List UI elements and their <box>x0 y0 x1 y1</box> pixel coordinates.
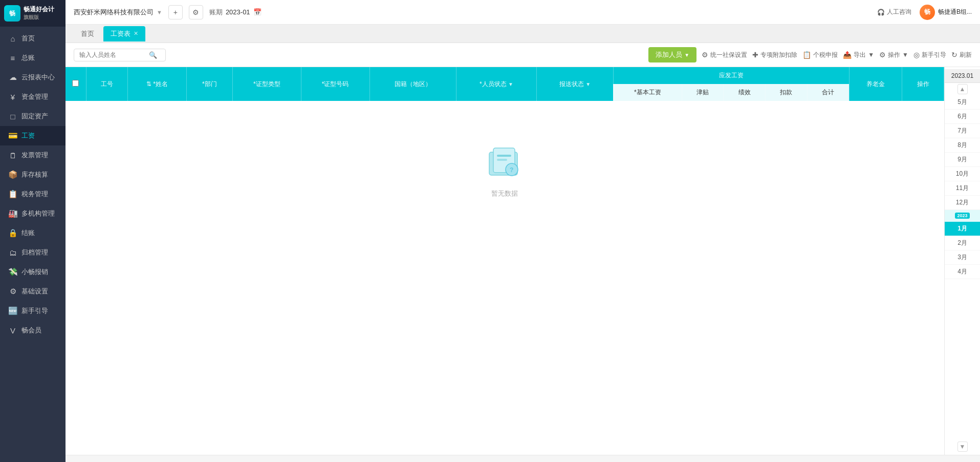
settings-button[interactable]: ⚙ <box>189 5 203 19</box>
col-total: 合计 <box>807 84 849 101</box>
user-info[interactable]: 畅 畅捷通B组... <box>920 5 972 20</box>
guide-button[interactable]: ◎ 新手引导 <box>913 51 946 59</box>
sidebar-item-label: 首页 <box>21 34 35 43</box>
tab-home-label: 首页 <box>81 29 94 38</box>
sidebar-item-closing[interactable]: 🔒 结账 <box>0 223 66 243</box>
month-item-10[interactable]: 10月 <box>945 167 980 181</box>
settings-icon: ⚙ <box>8 287 17 296</box>
ledger-icon: ≡ <box>8 54 17 62</box>
sidebar-item-label: 多机构管理 <box>21 209 55 218</box>
tab-salary[interactable]: 工资表 ✕ <box>103 26 145 41</box>
month-item-12[interactable]: 12月 <box>945 196 980 210</box>
social-security-button[interactable]: ⚙ 统一社保设置 <box>702 51 747 59</box>
personal-tax-label: 个税申报 <box>813 51 838 59</box>
col-salary-group: 应发工资 <box>613 67 849 84</box>
sidebar-nav: ⌂ 首页 ≡ 总账 ☁ 云报表中心 ¥ 资金管理 □ 固定资产 💳 工资 🗒 发… <box>0 27 66 462</box>
select-all-checkbox[interactable] <box>72 80 79 87</box>
scroll-down-button[interactable]: ▼ <box>957 442 968 452</box>
month-item-5[interactable]: 5月 <box>945 95 980 110</box>
scroll-up-button[interactable]: ▲ <box>957 84 968 94</box>
salary-table: 工号 ⇅ *姓名 *部门 *证型类型 *证型号码 国籍（地区） *人员状态 ▼ … <box>66 67 944 239</box>
export-label: 导出 <box>854 51 866 59</box>
sidebar-item-fund[interactable]: ¥ 资金管理 <box>0 87 66 107</box>
company-selector[interactable]: 西安虾米网络科技有限公司 ▼ <box>74 8 162 17</box>
search-box[interactable]: 🔍 <box>74 49 166 61</box>
col-operation: 操作 <box>902 67 944 101</box>
personal-tax-button[interactable]: 📋 个税申报 <box>802 51 838 59</box>
empty-text: 暂无数据 <box>491 189 518 198</box>
col-deduction: 扣款 <box>766 84 808 101</box>
social-security-label: 统一社保设置 <box>710 51 747 59</box>
year-badge: 2023 <box>955 213 969 219</box>
month-item-9[interactable]: 9月 <box>945 153 980 167</box>
headset-icon: 🎧 <box>877 9 885 16</box>
sidebar-item-label: 库存核算 <box>21 170 48 179</box>
special-deduction-button[interactable]: ✚ 专项附加扣除 <box>752 51 797 59</box>
month-item-3[interactable]: 3月 <box>945 250 980 265</box>
filter-icon[interactable]: ▼ <box>508 81 513 87</box>
search-input[interactable] <box>79 51 146 58</box>
sidebar-item-multi-org[interactable]: 🏭 多机构管理 <box>0 204 66 223</box>
sidebar-item-label: 结账 <box>21 228 35 238</box>
support-label: 人工咨询 <box>887 8 911 16</box>
refresh-button[interactable]: ↻ 刷新 <box>951 51 972 59</box>
month-item-6[interactable]: 6月 <box>945 110 980 124</box>
operation-button[interactable]: ⚙ 操作 ▼ <box>879 51 908 59</box>
month-item-8[interactable]: 8月 <box>945 138 980 153</box>
archive-icon: 🗂 <box>8 248 17 257</box>
sidebar-item-ledger[interactable]: ≡ 总账 <box>0 48 66 68</box>
sort-icon[interactable]: ⇅ <box>146 80 151 88</box>
refresh-icon: ↻ <box>951 51 957 59</box>
tax-icon: 📋 <box>8 190 17 199</box>
sidebar-item-fixed-assets[interactable]: □ 固定资产 <box>0 107 66 126</box>
sidebar-item-guide[interactable]: 🆕 新手引导 <box>0 301 66 321</box>
month-item-7[interactable]: 7月 <box>945 124 980 138</box>
operation-icon: ⚙ <box>879 51 886 59</box>
sidebar-item-salary[interactable]: 💳 工资 <box>0 126 66 145</box>
period-label: 账期 <box>209 8 223 17</box>
month-item-4[interactable]: 4月 <box>945 265 980 279</box>
support-button[interactable]: 🎧 人工咨询 <box>877 8 911 16</box>
special-deduction-icon: ✚ <box>752 51 758 59</box>
add-person-button[interactable]: 添加人员 ▼ <box>648 47 696 62</box>
month-item-1[interactable]: 1月 <box>945 222 980 236</box>
col-base-salary: *基本工资 <box>613 84 682 101</box>
sidebar-item-expense[interactable]: 💸 小畅报销 <box>0 262 66 282</box>
sidebar-item-archive[interactable]: 🗂 归档管理 <box>0 243 66 262</box>
horizontal-scrollbar[interactable] <box>66 455 980 462</box>
sidebar-item-settings[interactable]: ⚙ 基础设置 <box>0 282 66 301</box>
tab-salary-label: 工资表 <box>111 29 130 38</box>
period-header: 2023.01 <box>945 69 980 83</box>
svg-rect-3 <box>497 159 507 161</box>
sidebar-item-home[interactable]: ⌂ 首页 <box>0 29 66 48</box>
sidebar-item-member[interactable]: V 畅会员 <box>0 321 66 340</box>
month-item-11[interactable]: 11月 <box>945 181 980 196</box>
personal-tax-icon: 📋 <box>802 51 811 59</box>
sidebar-item-inventory[interactable]: 📦 库存核算 <box>0 165 66 184</box>
empty-state: ? 暂无数据 <box>66 101 944 239</box>
tab-close-icon[interactable]: ✕ <box>134 30 138 37</box>
home-icon: ⌂ <box>8 34 17 43</box>
col-dept: *部门 <box>186 67 232 101</box>
closing-icon: 🔒 <box>8 228 17 238</box>
filter-icon[interactable]: ▼ <box>585 81 591 87</box>
special-deduction-label: 专项附加扣除 <box>760 51 797 59</box>
operation-label: 操作 <box>888 51 900 59</box>
tab-home[interactable]: 首页 <box>74 26 101 41</box>
col-report-status: 报送状态 ▼ <box>537 67 613 101</box>
guide-icon: ◎ <box>913 51 920 59</box>
year-label: 2023 <box>945 210 980 222</box>
user-name: 畅捷通B组... <box>938 8 972 16</box>
col-performance: 绩效 <box>724 84 766 101</box>
calendar-icon[interactable]: 📅 <box>253 8 262 16</box>
add-company-button[interactable]: + <box>168 5 183 19</box>
export-button[interactable]: 📤 导出 ▼ <box>843 51 874 59</box>
sidebar-item-tax[interactable]: 📋 税务管理 <box>0 184 66 204</box>
app-header: 西安虾米网络科技有限公司 ▼ + ⚙ 账期 2023-01 📅 🎧 人工咨询 畅… <box>66 0 980 25</box>
sidebar-item-cloud-report[interactable]: ☁ 云报表中心 <box>0 68 66 87</box>
export-icon: 📤 <box>843 51 852 59</box>
month-item-2[interactable]: 2月 <box>945 236 980 250</box>
sidebar-item-invoice[interactable]: 🗒 发票管理 <box>0 145 66 165</box>
sidebar-item-label: 畅会员 <box>21 326 41 335</box>
company-name: 西安虾米网络科技有限公司 <box>74 8 154 17</box>
